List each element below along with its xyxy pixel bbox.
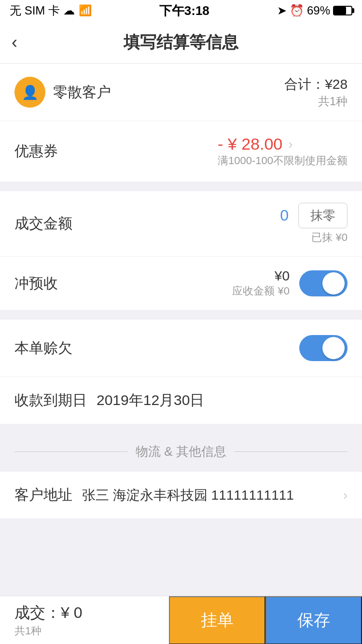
deal-amount-sub: 已抹 ¥0: [311, 230, 348, 245]
address-label: 客户地址: [14, 485, 72, 505]
prepay-right-wrap: ¥0 应收金额 ¥0: [232, 268, 348, 298]
header-line-left: [14, 451, 128, 452]
due-date-row: 收款到期日 2019年12月30日: [0, 377, 362, 424]
prepay-main-amount: ¥0: [232, 268, 290, 284]
deal-amount-row: 成交金额 0 抹零 已抹 ¥0: [0, 191, 362, 256]
section-divider-1: [0, 182, 362, 191]
section-divider-2: [0, 310, 362, 320]
deal-amount-value[interactable]: 0: [280, 207, 289, 224]
bottom-deal-label: 成交：: [14, 604, 61, 621]
logistics-section-header: 物流 & 其他信息: [0, 434, 362, 470]
no-sim-text: 无 SIM 卡 ☁: [10, 3, 75, 18]
credit-toggle-knob: [322, 337, 345, 359]
prepay-label: 冲预收: [14, 274, 58, 294]
bottom-deal-main: 成交：¥ 0: [14, 602, 154, 624]
pending-button[interactable]: 挂单: [169, 596, 265, 644]
due-date-label: 收款到期日: [14, 391, 87, 410]
battery-icon: [333, 6, 352, 15]
prepay-sub-amount: 应收金额 ¥0: [232, 284, 290, 298]
section-divider-3: [0, 424, 362, 434]
logistics-header-text: 物流 & 其他信息: [136, 443, 226, 460]
page-title: 填写结算等信息: [124, 31, 238, 54]
credit-toggle[interactable]: [299, 335, 348, 361]
status-bar-time: 下午3:18: [159, 2, 209, 19]
credit-label: 本单赊欠: [14, 338, 72, 358]
customer-row: 👤 零散客户 合计：¥28 共1种: [0, 64, 362, 121]
coupon-amount: - ¥ 28.00: [218, 135, 282, 154]
deal-amount-label: 成交金额: [14, 214, 72, 234]
customer-name: 零散客户: [53, 83, 111, 102]
battery-percent: 69%: [307, 4, 330, 17]
nav-bar: ‹ 填写结算等信息: [0, 21, 362, 64]
back-button[interactable]: ‹: [12, 32, 17, 53]
prepay-row: 冲预收 ¥0 应收金额 ¥0: [0, 256, 362, 310]
customer-left: 👤 零散客户: [14, 77, 111, 108]
address-row[interactable]: 客户地址 张三 海淀永丰科技园 11111111111 ›: [0, 472, 362, 518]
section-divider-5: [0, 518, 362, 528]
round-zero-button[interactable]: 抹零: [298, 203, 348, 228]
deal-amount-right-wrap: 0 抹零 已抹 ¥0: [280, 203, 348, 245]
save-button[interactable]: 保存: [265, 596, 362, 644]
content: 👤 零散客户 合计：¥28 共1种 优惠券 - ¥ 28.00 › 满1000-…: [0, 64, 362, 644]
customer-count: 共1种: [284, 94, 348, 109]
location-icon: ➤: [277, 4, 287, 17]
alarm-icon: ⏰: [290, 4, 304, 17]
status-bar: 无 SIM 卡 ☁ 📶 下午3:18 ➤ ⏰ 69%: [0, 0, 362, 21]
prepay-amounts: ¥0 应收金额 ¥0: [232, 268, 290, 298]
bottom-bar: 成交：¥ 0 共1种 挂单 保存: [0, 596, 362, 644]
bottom-deal-value: ¥ 0: [61, 604, 82, 621]
address-value: 张三 海淀永丰科技园 11111111111: [82, 486, 334, 504]
header-line-right: [234, 451, 348, 452]
prepay-toggle[interactable]: [299, 270, 348, 296]
credit-row: 本单赊欠: [0, 320, 362, 377]
avatar-icon: 👤: [22, 84, 39, 100]
toggle-knob: [322, 272, 345, 294]
coupon-chevron-icon: ›: [288, 137, 292, 152]
coupon-label: 优惠券: [14, 141, 58, 161]
coupon-desc: 满1000-100不限制使用金额: [218, 154, 348, 168]
deal-amount-controls: 0 抹零: [280, 203, 348, 228]
status-bar-left: 无 SIM 卡 ☁ 📶: [10, 3, 92, 18]
due-date-value[interactable]: 2019年12月30日: [97, 391, 204, 410]
bottom-deal-info: 成交：¥ 0 共1种: [0, 602, 169, 638]
customer-total: 合计：¥28: [284, 75, 348, 94]
coupon-row[interactable]: 优惠券 - ¥ 28.00 › 满1000-100不限制使用金额: [0, 121, 362, 182]
address-chevron-icon: ›: [343, 488, 348, 503]
bottom-deal-sub: 共1种: [14, 624, 154, 638]
status-bar-right: ➤ ⏰ 69%: [277, 4, 352, 17]
wifi-icon: 📶: [79, 4, 92, 17]
customer-right: 合计：¥28 共1种: [284, 75, 348, 109]
coupon-right-wrap: - ¥ 28.00 › 满1000-100不限制使用金额: [218, 135, 348, 168]
avatar: 👤: [14, 77, 45, 108]
